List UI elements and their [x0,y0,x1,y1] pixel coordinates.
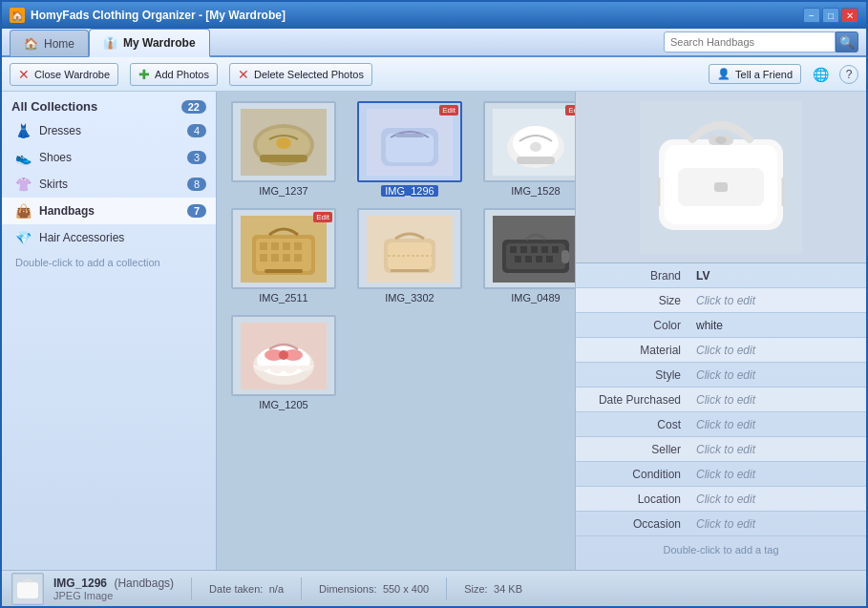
skirts-icon: 👚 [15,177,32,192]
app-icon: 🏠 [10,8,25,23]
condition-label: Condition [576,468,690,481]
cost-value[interactable]: Click to edit [690,415,866,434]
tab-home[interactable]: 🏠 Home [10,30,89,56]
photo-label-IMG_1296: IMG_1296 [381,185,437,197]
sidebar-add-collection-hint[interactable]: Double-click to add a collection [2,251,216,274]
cost-label: Cost [576,418,690,431]
tell-friend-button[interactable]: 👤 Tell a Friend [709,64,801,84]
detail-row-color: Color white [576,313,866,338]
shoes-icon: 👟 [15,150,32,165]
photo-thumb-IMG_1528[interactable]: Edit [483,101,575,182]
brand-value[interactable]: LV [690,266,866,285]
delete-photos-button[interactable]: ✕ Delete Selected Photos [229,63,372,86]
svg-point-45 [257,346,310,376]
detail-photo-svg [640,101,802,254]
occasion-value[interactable]: Click to edit [690,514,866,534]
app-window: 🏠 HomyFads Clothing Organizer - [My Ward… [0,0,868,608]
maximize-button[interactable]: □ [822,8,839,23]
photo-item-IMG_3302[interactable]: IMG_3302 [352,208,467,304]
photo-item-IMG_0489[interactable]: IMG_0489 [478,208,575,304]
main-layout: All Collections 22 👗 Dresses 4 👟 Shoes 3… [2,92,866,570]
photo-thumb-IMG_0489[interactable] [483,208,575,289]
dresses-icon: 👗 [15,123,32,138]
skirts-label: Skirts [39,178,180,191]
sidebar-item-skirts[interactable]: 👚 Skirts 8 [2,171,216,198]
svg-rect-4 [260,155,307,162]
skirts-count: 8 [187,178,206,191]
close-wardrobe-icon: ✕ [18,67,30,82]
style-value[interactable]: Click to edit [690,366,866,385]
photo-thumb-IMG_1237[interactable] [231,101,336,182]
svg-point-48 [279,350,288,360]
minimize-button[interactable]: − [803,8,820,23]
status-date-area: Date taken: n/a [209,582,284,596]
seller-value[interactable]: Click to edit [690,440,866,459]
svg-rect-13 [517,157,555,164]
toolbar-right: 👤 Tell a Friend 🌐 ? [709,63,858,86]
search-input[interactable] [664,31,836,52]
svg-rect-57 [17,582,38,598]
size-value[interactable]: Click to edit [690,291,866,310]
status-size-area: Size: 34 KB [464,582,522,596]
sidebar-item-dresses[interactable]: 👗 Dresses 4 [2,117,216,144]
add-tag-hint[interactable]: Double-click to add a tag [576,536,866,563]
sidebar-item-hair[interactable]: 💎 Hair Accessories [2,224,216,251]
status-separator-2 [301,577,302,600]
detail-row-cost: Cost Click to edit [576,412,866,437]
photo-item-IMG_1205[interactable]: IMG_1205 [226,315,341,410]
photo-item-IMG_1296[interactable]: Edit IMG_1296 [352,101,467,197]
photo-item-IMG_1528[interactable]: Edit IMG_1528 [478,101,575,197]
date-purchased-label: Date Purchased [576,393,690,407]
style-label: Style [576,368,690,382]
detail-row-location: Location Click to edit [576,487,866,512]
location-value[interactable]: Click to edit [690,490,866,509]
photo-thumb-IMG_2511[interactable]: Edit [231,208,336,289]
close-wardrobe-label: Close Wardrobe [34,69,110,80]
svg-point-12 [530,142,541,152]
status-thumbnail [11,573,44,605]
detail-row-date-purchased: Date Purchased Click to edit [576,388,866,412]
close-button[interactable]: ✕ [841,8,858,23]
svg-rect-24 [294,254,302,262]
brand-label: Brand [576,269,690,283]
color-value[interactable]: white [690,316,866,335]
search-button[interactable]: 🔍 [836,31,858,52]
wardrobe-tab-label: My Wardrobe [123,36,196,50]
add-photos-icon: ✚ [138,67,150,82]
condition-value[interactable]: Click to edit [690,465,866,484]
detail-row-occasion: Occasion Click to edit [576,512,866,536]
tab-wardrobe[interactable]: 👔 My Wardrobe [89,29,210,57]
add-photos-button[interactable]: ✚ Add Photos [130,63,218,86]
globe-button[interactable]: 🌐 [809,63,832,86]
svg-rect-22 [271,254,279,262]
status-dimensions-label: Dimensions: [319,583,377,595]
material-value[interactable]: Click to edit [690,341,866,360]
material-label: Material [576,344,690,357]
photo-item-IMG_2511[interactable]: Edit [226,208,341,304]
svg-rect-35 [531,246,538,253]
home-tab-label: Home [44,37,74,51]
help-button[interactable]: ? [839,65,858,84]
sidebar-item-shoes[interactable]: 👟 Shoes 3 [2,144,216,171]
status-date-label: Date taken: [209,583,263,595]
add-photos-label: Add Photos [155,69,209,80]
svg-rect-33 [510,246,517,253]
delete-photos-icon: ✕ [238,67,249,82]
date-purchased-value[interactable]: Click to edit [690,390,866,409]
photo-thumb-IMG_1205[interactable] [231,315,336,396]
photo-thumb-IMG_3302[interactable] [357,208,462,289]
location-label: Location [576,493,690,506]
photo-item-IMG_1237[interactable]: IMG_1237 [226,101,341,197]
seller-label: Seller [576,443,690,456]
status-filename-line: IMG_1296 (Handbags) [53,577,174,590]
statusbar: IMG_1296 (Handbags) JPEG Image Date take… [2,570,866,606]
svg-point-3 [276,137,291,149]
detail-row-condition: Condition Click to edit [576,462,866,487]
edit-badge-IMG_1296: Edit [439,105,458,115]
svg-point-53 [715,136,727,144]
close-wardrobe-button[interactable]: ✕ Close Wardrobe [10,63,118,86]
photo-thumb-IMG_1296[interactable]: Edit [357,101,462,182]
hair-icon: 💎 [15,230,32,245]
svg-rect-55 [714,182,728,192]
sidebar-item-handbags[interactable]: 👜 Handbags 7 [2,198,216,224]
